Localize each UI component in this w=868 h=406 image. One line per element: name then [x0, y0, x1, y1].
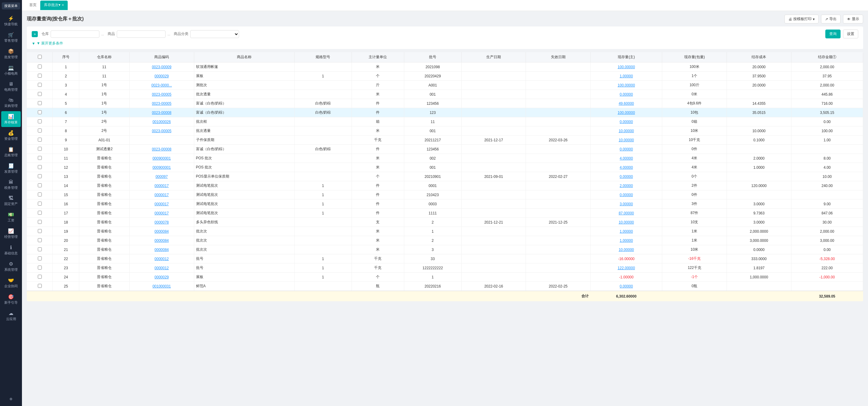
row-code[interactable]: 0023-00005: [129, 90, 194, 99]
search-button[interactable]: 查询: [825, 30, 841, 38]
goods-input[interactable]: [117, 30, 165, 38]
row-code[interactable]: 000097: [129, 172, 194, 181]
row-checkbox[interactable]: [38, 202, 42, 206]
row-code[interactable]: 0023-00005: [129, 99, 194, 108]
row-checkbox[interactable]: [38, 138, 42, 142]
row-qty[interactable]: 100.00000: [591, 62, 662, 72]
row-qty[interactable]: 87.00000: [591, 209, 662, 218]
row-qty[interactable]: 10.00000: [591, 245, 662, 254]
row-checkbox[interactable]: [38, 83, 42, 87]
row-qty[interactable]: 0.00000: [591, 117, 662, 126]
row-checkbox[interactable]: [38, 165, 42, 169]
row-qty[interactable]: 10.00000: [591, 126, 662, 136]
search-menu-button[interactable]: 搜索菜单: [2, 2, 20, 9]
row-qty[interactable]: 2.00000: [591, 181, 662, 190]
row-checkbox[interactable]: [38, 147, 42, 151]
row-checkbox[interactable]: [38, 129, 42, 133]
row-code[interactable]: 000900001: [129, 163, 194, 172]
row-checkbox[interactable]: [38, 92, 42, 96]
row-qty[interactable]: 0.00000: [591, 282, 662, 291]
row-code[interactable]: 0000012: [129, 264, 194, 273]
row-code[interactable]: 0000078: [129, 218, 194, 227]
row-code[interactable]: 000900001: [129, 154, 194, 163]
row-qty[interactable]: 1.00000: [591, 72, 662, 81]
sidebar-item-retail[interactable]: 🛒 零售管理: [1, 30, 21, 45]
sidebar-item-collab[interactable]: 🤝 企业协同: [1, 275, 21, 291]
sidebar-item-inventory[interactable]: 📊 库存核算: [1, 111, 21, 127]
row-qty[interactable]: 0.00000: [591, 90, 662, 99]
tab-home[interactable]: 首页: [26, 1, 40, 10]
row-checkbox[interactable]: [38, 284, 42, 288]
sidebar-item-purchase[interactable]: 🛍 采购管理: [1, 95, 21, 110]
row-checkbox[interactable]: [38, 174, 42, 178]
row-qty[interactable]: -1.00000: [591, 273, 662, 282]
row-checkbox[interactable]: [38, 101, 42, 105]
row-code[interactable]: 001000026: [129, 117, 194, 126]
row-qty[interactable]: 100.00000: [591, 81, 662, 90]
row-code[interactable]: 0000012: [129, 254, 194, 264]
sidebar-item-wholesale[interactable]: 📦 批发管理: [1, 46, 21, 62]
sidebar-item-guide[interactable]: 🎯 新手引导: [1, 292, 21, 307]
filter-collapse-button[interactable]: »: [32, 31, 38, 37]
row-checkbox[interactable]: [38, 74, 42, 78]
display-button[interactable]: 👁 显示: [843, 14, 863, 24]
sidebar-item-ecom[interactable]: 🖥 电商管理: [1, 79, 21, 94]
row-checkbox[interactable]: [38, 266, 42, 270]
row-code[interactable]: 0023-00008: [129, 108, 194, 117]
row-checkbox[interactable]: [38, 193, 42, 197]
row-checkbox[interactable]: [38, 120, 42, 123]
row-code[interactable]: 001000031: [129, 282, 194, 291]
row-code[interactable]: 0023-00009: [129, 62, 194, 72]
row-code[interactable]: 0000084: [129, 236, 194, 245]
expand-conditions[interactable]: ▼ ▼ 展开更多条件: [32, 41, 63, 46]
sidebar-item-assets[interactable]: 🏗 固定资产: [1, 193, 21, 209]
row-qty[interactable]: 10.00000: [591, 218, 662, 227]
settings-button[interactable]: ⚙: [1, 395, 21, 404]
row-qty[interactable]: -16.00000: [591, 254, 662, 264]
row-checkbox[interactable]: [38, 183, 42, 187]
export-button[interactable]: ↗ 导出: [821, 14, 841, 24]
tab-inventory-batch[interactable]: 库存批次▾ ✕: [40, 1, 68, 10]
row-code[interactable]: 0023-0000...: [129, 81, 194, 90]
row-checkbox[interactable]: [38, 247, 42, 251]
row-qty[interactable]: 3.00000: [591, 200, 662, 209]
category-select[interactable]: [190, 30, 239, 38]
row-checkbox[interactable]: [38, 211, 42, 215]
print-button[interactable]: 🖨 按模板打印 ▾: [784, 14, 818, 24]
select-all-checkbox[interactable]: [38, 55, 42, 59]
row-qty[interactable]: 0.00000: [591, 145, 662, 154]
row-code[interactable]: 0023-00008: [129, 145, 194, 154]
row-qty[interactable]: 100.00000: [591, 108, 662, 117]
tab-close-icon[interactable]: ✕: [62, 3, 64, 7]
sidebar-item-system[interactable]: ⚙ 系统管理: [1, 259, 21, 274]
row-checkbox[interactable]: [38, 229, 42, 233]
row-checkbox[interactable]: [38, 275, 42, 279]
sidebar-item-ledger[interactable]: 📋 总账管理: [1, 144, 21, 160]
row-qty[interactable]: 122.00000: [591, 264, 662, 273]
row-checkbox[interactable]: [38, 110, 42, 114]
sidebar-item-basic-info[interactable]: ℹ 基础信息: [1, 242, 21, 258]
sidebar-item-salary[interactable]: 💵 工资: [1, 209, 21, 225]
row-code[interactable]: [129, 136, 194, 145]
row-qty[interactable]: 4.00000: [591, 163, 662, 172]
row-checkbox[interactable]: [38, 65, 42, 69]
row-qty[interactable]: 1.00000: [591, 227, 662, 236]
sidebar-item-quick-nav[interactable]: ⚡ 快捷导航: [1, 13, 21, 29]
sidebar-item-finance[interactable]: 💰 资金管理: [1, 128, 21, 143]
row-checkbox[interactable]: [38, 257, 42, 261]
row-qty[interactable]: 0.00000: [591, 172, 662, 181]
sidebar-item-small-ecom[interactable]: 💻 小额电商: [1, 62, 21, 78]
row-code[interactable]: 0000029: [129, 72, 194, 81]
row-qty[interactable]: 1.00000: [591, 236, 662, 245]
warehouse-input[interactable]: [51, 30, 99, 38]
row-code[interactable]: 0000084: [129, 227, 194, 236]
settings-filter-button[interactable]: 设置: [843, 30, 858, 38]
row-code[interactable]: 0000084: [129, 245, 194, 254]
row-qty[interactable]: 49.60000: [591, 99, 662, 108]
row-code[interactable]: 0000029: [129, 273, 194, 282]
sidebar-item-management[interactable]: 📈 经营管理: [1, 226, 21, 241]
row-code[interactable]: 0023-00005: [129, 126, 194, 136]
sidebar-item-tax[interactable]: 🏛 税务管理: [1, 177, 21, 193]
row-qty[interactable]: 4.00000: [591, 154, 662, 163]
row-code[interactable]: 0000017: [129, 209, 194, 218]
